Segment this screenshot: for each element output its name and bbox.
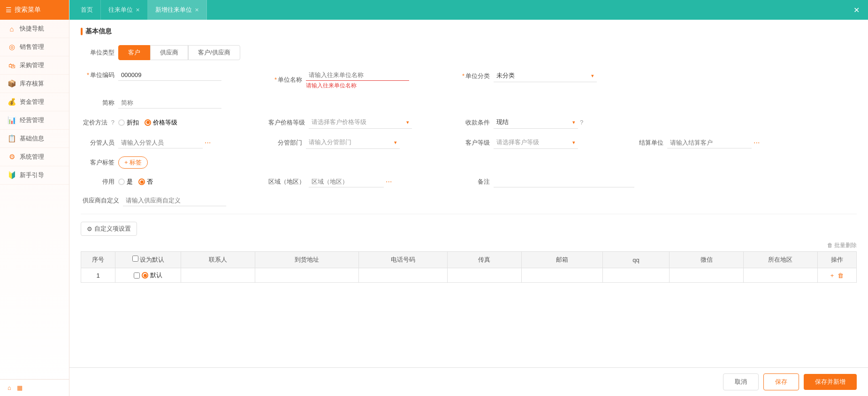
unit-type-both-btn[interactable]: 客户/供应商 bbox=[188, 45, 240, 60]
unit-category-select[interactable]: 未分类 ▾ bbox=[494, 70, 597, 82]
customer-price-level-label: 客户价格等级 bbox=[268, 118, 309, 127]
manager-more-btn[interactable]: ··· bbox=[203, 139, 213, 147]
disable-radio-group: 是 否 bbox=[118, 178, 153, 186]
email-input[interactable] bbox=[541, 272, 583, 279]
select-all-checkbox[interactable] bbox=[132, 256, 138, 262]
cell-email[interactable] bbox=[521, 268, 602, 283]
disable-label: 停用 bbox=[81, 178, 118, 186]
sidebar-bars-icon[interactable]: ▦ bbox=[17, 384, 23, 391]
save-button[interactable]: 保存 bbox=[763, 373, 799, 390]
sidebar-item-sales[interactable]: ◎ 销售管理 bbox=[0, 38, 69, 56]
unit-type-customer-btn[interactable]: 客户 bbox=[118, 45, 150, 60]
delete-row-icon[interactable]: 🗑 bbox=[838, 272, 844, 279]
table-header: 序号 设为默认 联系人 到货地址 电话号码 传真 邮箱 qq 微信 所在地区 操… bbox=[81, 252, 857, 268]
cell-address[interactable] bbox=[255, 268, 358, 283]
payment-terms-field: 收款条件 现结 ▾ ? bbox=[456, 116, 634, 129]
sidebar-item-basic[interactable]: 📋 基础信息 bbox=[0, 130, 69, 148]
save-new-button[interactable]: 保存并新增 bbox=[804, 374, 857, 390]
supplier-custom-input[interactable] bbox=[123, 195, 226, 206]
add-tag-button[interactable]: + 标签 bbox=[118, 156, 148, 169]
cell-wechat[interactable] bbox=[670, 268, 744, 283]
disable-region-remark-row: 停用 是 否 区域（地区） ··· bbox=[81, 176, 857, 187]
department-select[interactable]: 请输入分管部门 ▾ bbox=[306, 136, 400, 149]
tab-trading-units-label: 往来单位 bbox=[108, 6, 133, 14]
pricing-help-icon[interactable]: ? bbox=[111, 119, 114, 126]
col-address: 到货地址 bbox=[255, 252, 358, 268]
region-input[interactable] bbox=[309, 176, 384, 187]
customer-tags-label: 客户标签 bbox=[81, 158, 118, 167]
cell-fax[interactable] bbox=[447, 268, 521, 283]
customer-level-select[interactable]: 请选择客户等级 ▾ bbox=[494, 136, 578, 149]
qq-input[interactable] bbox=[620, 272, 653, 279]
sidebar-item-label: 经营管理 bbox=[20, 116, 44, 124]
custom-settings-button[interactable]: ⚙ 自定义项设置 bbox=[81, 222, 137, 236]
settlement-unit-more-btn[interactable]: ··· bbox=[752, 139, 761, 147]
sidebar-search[interactable]: ☰ 搜索菜单 bbox=[0, 0, 69, 20]
table-header-row: 序号 设为默认 联系人 到货地址 电话号码 传真 邮箱 qq 微信 所在地区 操… bbox=[81, 252, 857, 268]
tab-trading-units[interactable]: 往来单位 ✕ bbox=[101, 0, 148, 20]
radio-no[interactable]: 否 bbox=[138, 178, 153, 186]
cell-contact[interactable] bbox=[181, 268, 255, 283]
unit-code-input[interactable] bbox=[118, 70, 221, 81]
wechat-input[interactable] bbox=[688, 272, 725, 279]
row-checkbox[interactable] bbox=[134, 272, 140, 279]
radio-yes[interactable]: 是 bbox=[118, 178, 133, 186]
unit-name-wrap: 请输入往来单位名称 bbox=[306, 70, 409, 90]
cell-default: 默认 bbox=[115, 268, 181, 283]
customer-price-level-placeholder: 请选择客户价格等级 bbox=[312, 118, 366, 126]
contact-input[interactable] bbox=[199, 272, 237, 279]
cell-phone[interactable] bbox=[358, 268, 447, 283]
customer-level-label: 客户等级 bbox=[456, 139, 494, 147]
cancel-button[interactable]: 取消 bbox=[723, 373, 759, 390]
col-seq: 序号 bbox=[81, 252, 115, 268]
table-row: 1 默认 bbox=[81, 268, 857, 283]
tab-new-trading-unit[interactable]: 新增往来单位 ✕ bbox=[148, 0, 207, 20]
batch-delete-button[interactable]: 🗑 批量删除 bbox=[827, 241, 857, 249]
cell-location[interactable] bbox=[743, 268, 817, 283]
default-radio-circle bbox=[142, 272, 148, 279]
sidebar-item-finance[interactable]: 💰 资金管理 bbox=[0, 93, 69, 111]
phone-input[interactable] bbox=[380, 272, 426, 279]
customer-price-level-select[interactable]: 请选择客户价格等级 ▾ bbox=[309, 116, 412, 129]
location-input[interactable] bbox=[761, 272, 799, 279]
tab-trading-units-close[interactable]: ✕ bbox=[136, 7, 140, 13]
payment-terms-arrow: ▾ bbox=[572, 119, 575, 125]
sidebar-home-icon[interactable]: ⌂ bbox=[8, 384, 11, 391]
short-name-input[interactable] bbox=[118, 97, 221, 109]
remark-input[interactable] bbox=[494, 176, 634, 187]
sidebar-item-label: 快捷导航 bbox=[20, 24, 44, 33]
tab-home[interactable]: 首页 bbox=[73, 0, 101, 20]
tab-home-label: 首页 bbox=[81, 6, 93, 14]
default-radio[interactable]: 默认 bbox=[142, 271, 162, 280]
region-more-btn[interactable]: ··· bbox=[384, 178, 394, 186]
tab-new-trading-unit-close[interactable]: ✕ bbox=[195, 7, 199, 13]
sidebar-item-quick-nav[interactable]: ⌂ 快捷导航 bbox=[0, 20, 69, 38]
sidebar-item-guide[interactable]: 🔰 新手引导 bbox=[0, 166, 69, 185]
add-row-icon[interactable]: + bbox=[830, 272, 834, 279]
sidebar-item-purchase[interactable]: 🛍 采购管理 bbox=[0, 56, 69, 75]
manager-input[interactable] bbox=[118, 137, 203, 148]
default-cell-wrap: 默认 bbox=[120, 271, 176, 280]
payment-help-icon[interactable]: ? bbox=[580, 119, 583, 126]
required-star3: * bbox=[462, 72, 464, 79]
sidebar-item-operations[interactable]: 📊 经营管理 bbox=[0, 111, 69, 130]
sidebar-item-label: 新手引导 bbox=[20, 171, 44, 179]
fax-input[interactable] bbox=[465, 272, 503, 279]
unit-name-input[interactable] bbox=[306, 70, 409, 81]
radio-discount[interactable]: 折扣 bbox=[118, 118, 139, 127]
customer-level-field: 客户等级 请选择客户等级 ▾ bbox=[456, 136, 620, 149]
unit-code-label: *单位编码 bbox=[81, 71, 118, 79]
unit-type-supplier-btn[interactable]: 供应商 bbox=[150, 45, 188, 60]
radio-price-level[interactable]: 价格等级 bbox=[145, 118, 177, 127]
short-name-field: 简称 bbox=[81, 97, 259, 109]
unit-category-label: *单位分类 bbox=[456, 72, 494, 80]
cell-qq[interactable] bbox=[602, 268, 669, 283]
tab-close-all-button[interactable]: ✕ bbox=[849, 6, 864, 15]
address-input[interactable] bbox=[279, 272, 335, 279]
sidebar-item-inventory[interactable]: 📦 库存核算 bbox=[0, 75, 69, 93]
col-action: 操作 bbox=[817, 252, 856, 268]
payment-terms-select[interactable]: 现结 ▾ bbox=[494, 116, 578, 129]
settlement-unit-input[interactable] bbox=[667, 137, 752, 148]
department-arrow: ▾ bbox=[394, 140, 397, 146]
sidebar-item-system[interactable]: ⚙ 系统管理 bbox=[0, 148, 69, 166]
